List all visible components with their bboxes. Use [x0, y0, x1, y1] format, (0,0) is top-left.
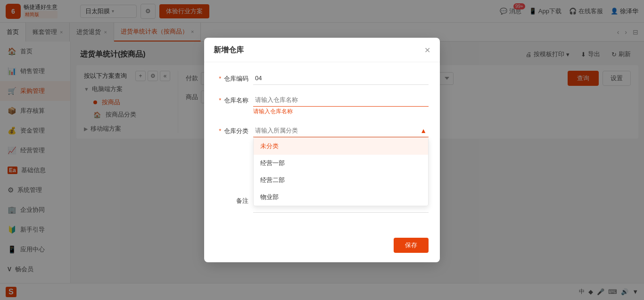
code-field-wrap	[253, 72, 429, 85]
name-field-wrap: 请输入仓库名称	[253, 93, 429, 116]
category-arrow-icon[interactable]: ▲	[420, 127, 427, 134]
form-row-name: * 仓库名称 请输入仓库名称	[215, 93, 429, 116]
dialog-overlay: 新增仓库 ✕ * 仓库编码 * 仓库名称	[0, 0, 644, 300]
name-label: * 仓库名称	[215, 93, 253, 105]
new-warehouse-dialog: 新增仓库 ✕ * 仓库编码 * 仓库名称	[204, 38, 440, 262]
dialog-footer: 保存	[204, 232, 440, 262]
form-row-category: * 仓库分类 ▲ 未分类 经营一部 经营二部 物业部	[215, 124, 429, 137]
dialog-close-button[interactable]: ✕	[424, 46, 430, 55]
dialog-body: * 仓库编码 * 仓库名称 请输入仓库名称	[204, 62, 440, 232]
warehouse-code-input[interactable]	[253, 72, 429, 85]
category-field-wrap: ▲ 未分类 经营一部 经营二部 物业部	[253, 124, 429, 137]
dialog-title: 新增仓库	[214, 45, 244, 55]
dialog-header: 新增仓库 ✕	[204, 38, 440, 62]
name-error-message: 请输入仓库名称	[253, 108, 429, 116]
code-label: * 仓库编码	[215, 72, 253, 83]
category-dropdown: 未分类 经营一部 经营二部 物业部	[253, 137, 429, 206]
remark-label: 备注	[215, 194, 253, 205]
dropdown-item-ops1[interactable]: 经营一部	[254, 155, 428, 172]
form-row-code: * 仓库编码	[215, 72, 429, 85]
category-select-input[interactable]	[253, 124, 429, 137]
warehouse-name-input[interactable]	[253, 93, 429, 107]
save-button[interactable]: 保存	[394, 238, 429, 253]
dropdown-item-ops2[interactable]: 经营二部	[254, 172, 428, 189]
dropdown-item-unclassified[interactable]: 未分类	[254, 138, 428, 155]
category-label: * 仓库分类	[215, 124, 253, 135]
dropdown-item-property[interactable]: 物业部	[254, 189, 428, 206]
